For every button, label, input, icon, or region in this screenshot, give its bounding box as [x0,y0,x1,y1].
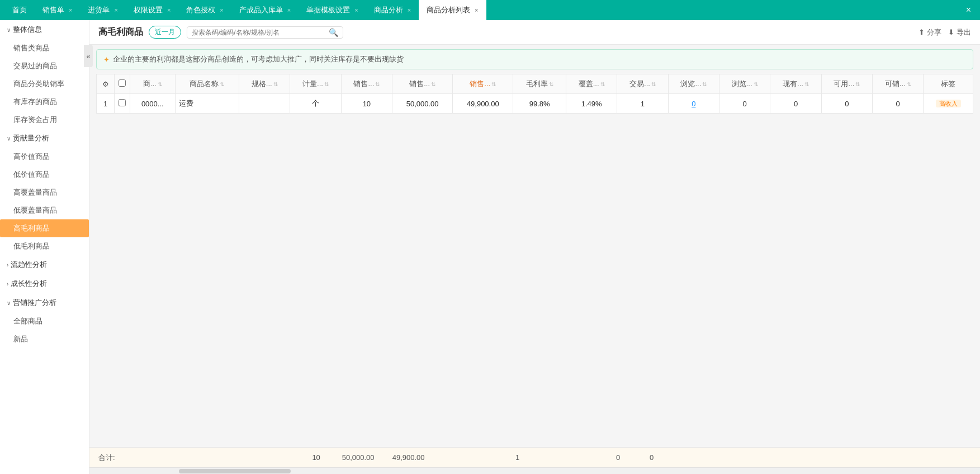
cell-name: 运费 [175,94,239,114]
nav-tab-analysis[interactable]: 商品分析 × [366,0,419,20]
footer-label: 合计: [98,453,126,463]
sidebar-group-growth[interactable]: › 成长性分析 [0,274,89,293]
chevron-down-icon: ∨ [7,300,11,306]
chevron-right-icon: › [7,281,8,287]
col-tag: 标签 [924,74,973,94]
close-icon[interactable]: × [69,7,72,13]
search-icon[interactable]: 🔍 [329,28,338,37]
footer-coverage [467,453,501,462]
content-header: 高毛利商品 近一月 🔍 ⬆ 分享 ⬇ 导出 [89,20,980,45]
share-button[interactable]: ⬆ 分享 [919,27,941,37]
select-all-checkbox[interactable] [119,79,126,87]
search-input[interactable] [192,29,329,36]
horizontal-scrollbar[interactable] [89,467,980,474]
data-table-wrapper: ⚙ 商...⇅ 商品名称⇅ 规格...⇅ 计量...⇅ 销售...⇅ 销售...… [96,74,973,447]
col-current-stock: 现有...⇅ [770,74,821,94]
data-table: ⚙ 商...⇅ 商品名称⇅ 规格...⇅ 计量...⇅ 销售...⇅ 销售...… [96,74,973,114]
nav-tab-purchase[interactable]: 进货单 × [80,0,125,20]
close-icon[interactable]: × [408,7,411,13]
content-area: 高毛利商品 近一月 🔍 ⬆ 分享 ⬇ 导出 ✦ 企业的主要的利润都是这部分商品创… [89,20,980,474]
nav-tab-template[interactable]: 单据模板设置 × [299,0,366,20]
search-box: 🔍 [187,26,343,39]
sidebar-item-new-goods[interactable]: 新品 [0,330,89,348]
cell-current-stock: 0 [770,94,821,114]
nav-tab-permission[interactable]: 权限设置 × [126,0,178,20]
col-unit: 计量...⇅ [290,74,341,94]
col-settings[interactable]: ⚙ [97,74,115,94]
cell-sales-amount: 50,000.00 [392,94,453,114]
top-navigation: 首页 销售单 × 进货单 × 权限设置 × 角色授权 × 产成品入库单 × 单据… [0,0,980,20]
scrollbar-thumb[interactable] [179,469,291,473]
export-button[interactable]: ⬇ 导出 [948,27,971,37]
main-layout: ∨ 整体信息 销售类商品 交易过的商品 商品分类助销率 有库存的商品 库存资金占… [0,20,980,474]
close-icon[interactable]: × [354,7,358,13]
cell-unit: 个 [290,94,341,114]
export-icon: ⬇ [948,28,954,36]
col-coverage: 覆盖...⇅ [566,74,617,94]
cell-sales-profit: 49,900.00 [453,94,513,114]
sidebar-item-low-margin[interactable]: 低毛利商品 [0,237,89,255]
close-all-button[interactable]: × [962,5,976,15]
table-footer: 合计: 10 50,000.00 49,900.00 1 0 0 [89,447,980,467]
footer-sales-qty: 10 [300,453,333,462]
cell-checkbox[interactable] [115,94,130,114]
col-checkbox[interactable] [115,74,130,94]
col-available-stock: 可用...⇅ [821,74,872,94]
cell-gross-margin: 99.8% [513,94,566,114]
close-icon[interactable]: × [114,7,117,13]
chevron-down-icon: ∨ [7,135,11,142]
sidebar-item-low-coverage[interactable]: 低覆盖量商品 [0,201,89,219]
sidebar-item-low-value[interactable]: 低价值商品 [0,166,89,184]
sidebar-item-high-coverage[interactable]: 高覆盖量商品 [0,184,89,201]
cell-spec [239,94,290,114]
nav-tab-sales[interactable]: 销售单 × [35,0,80,20]
footer-sales-profit: 49,900.00 [384,453,434,462]
sidebar-item-stock-capital[interactable]: 库存资金占用 [0,111,89,129]
footer-spacer2 [160,453,227,462]
table-header-row: ⚙ 商...⇅ 商品名称⇅ 规格...⇅ 计量...⇅ 销售...⇅ 销售...… [97,74,973,94]
sidebar-item-traded-goods[interactable]: 交易过的商品 [0,57,89,75]
sidebar-group-marketing[interactable]: ∨ 营销推广分析 [0,293,89,312]
period-button[interactable]: 近一月 [149,26,181,39]
cell-sales-qty: 10 [341,94,392,114]
cell-index: 1 [97,94,115,114]
sidebar-item-high-margin[interactable]: 高毛利商品 [0,219,89,237]
header-actions: ⬆ 分享 ⬇ 导出 [919,27,971,37]
close-icon[interactable]: × [475,7,478,13]
footer-sales-amount: 50,000.00 [333,453,384,462]
nav-tab-role[interactable]: 角色授权 × [178,0,231,20]
close-icon[interactable]: × [220,7,223,13]
nav-tab-instock[interactable]: 产成品入库单 × [231,0,299,20]
footer-spacer1 [126,453,160,462]
share-icon: ⬆ [919,28,925,36]
close-icon[interactable]: × [167,7,171,13]
sidebar-item-sales-goods[interactable]: 销售类商品 [0,39,89,57]
footer-cells: 10 50,000.00 49,900.00 1 0 0 [126,453,971,462]
nav-tab-analysis-list[interactable]: 商品分析列表 × [419,0,486,20]
sidebar-item-category-rate[interactable]: 商品分类助销率 [0,75,89,93]
footer-current-stock: 0 [602,453,635,462]
sidebar-group-overall[interactable]: ∨ 整体信息 [0,20,89,39]
col-sales-amount: 销售...⇅ [392,74,453,94]
cell-sellable-stock: 0 [873,94,924,114]
sidebar-item-all-goods[interactable]: 全部商品 [0,312,89,330]
col-trade: 交易...⇅ [617,74,668,94]
sidebar-group-trend[interactable]: › 流趋性分析 [0,255,89,274]
sidebar-item-in-stock[interactable]: 有库存的商品 [0,93,89,111]
cell-views1[interactable]: 0 [668,94,719,114]
row-checkbox[interactable] [119,99,126,106]
col-sellable-stock: 可销...⇅ [873,74,924,94]
col-name: 商品名称⇅ [175,74,239,94]
sidebar-collapse-button[interactable]: « [84,45,93,67]
sidebar-group-contribution[interactable]: ∨ 贡献量分析 [0,129,89,148]
nav-tab-home[interactable]: 首页 [4,0,35,20]
col-views1: 浏览...⇅ [668,74,719,94]
chevron-down-icon: ∨ [7,27,11,33]
cell-tag: 高收入 [924,94,973,114]
close-icon[interactable]: × [287,7,291,13]
sidebar-item-high-value[interactable]: 高价值商品 [0,148,89,166]
footer-views2 [568,453,602,462]
sidebar: ∨ 整体信息 销售类商品 交易过的商品 商品分类助销率 有库存的商品 库存资金占… [0,20,89,474]
footer-views1 [534,453,568,462]
views1-link[interactable]: 0 [692,100,695,108]
